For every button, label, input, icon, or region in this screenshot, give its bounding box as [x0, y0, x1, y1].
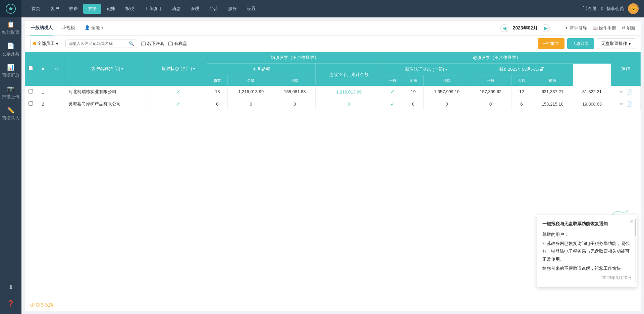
nav-messages[interactable]: 消息: [167, 4, 185, 14]
th-purchase-period-group: 获取认证状态 (全部) ▾: [382, 64, 470, 75]
row2-edit-icon[interactable]: ✏: [620, 101, 624, 107]
nav-tax[interactable]: 报税: [121, 4, 139, 14]
th-pp-count: 份数: [382, 75, 403, 86]
th-customer-name: 客户名称(全部) ▾: [65, 52, 150, 86]
scan-upload-icon: 📷: [7, 85, 14, 92]
pickup-filter-icon[interactable]: ▾: [193, 67, 195, 71]
sidebar-item-smart-pickup[interactable]: 📋 智能取票: [0, 17, 21, 39]
fullscreen-btn[interactable]: ⛶ 全屏: [583, 6, 597, 12]
nav-business[interactable]: 工商项目: [140, 4, 166, 14]
svg-point-1: [612, 213, 614, 215]
sidebar-item-download[interactable]: ⬇: [0, 280, 21, 295]
sidebar: 📋 智能取票 📄 发票开具 📊 票据汇总 📷 扫描上传 ✏️ 票据录入 ⬇ ❓: [0, 0, 21, 314]
no-disk-pickup-btn[interactable]: 无盘取票: [567, 38, 594, 49]
svg-point-2: [620, 211, 621, 212]
row2-checkbox: [25, 98, 37, 110]
refresh-btn[interactable]: ↺ 刷新: [622, 25, 635, 31]
filter-bar: 全部员工 ▾ 🔍 名下账套 有税盘 一键取票 无盘取票 无盘取票操作 ▾: [25, 36, 641, 52]
popup-decoration: [610, 208, 630, 219]
tax-disk-filter[interactable]: 有税盘: [168, 41, 187, 47]
month-navigator: ◀ 2023年02月 ▶: [500, 24, 550, 32]
purchase-filter-icon[interactable]: ▾: [445, 68, 447, 71]
nav-manage[interactable]: 管理: [186, 4, 204, 14]
th-actions: 操作: [611, 52, 640, 86]
nav-service[interactable]: 服务: [223, 4, 241, 14]
tab-general-taxpayer[interactable]: 一般纳税人: [30, 21, 53, 36]
row1-edit-icon[interactable]: ✏: [620, 89, 624, 95]
customer-filter-icon[interactable]: ▾: [121, 67, 123, 71]
select-all-checkbox[interactable]: [29, 66, 33, 70]
row2-verify-status: ✓: [382, 98, 403, 110]
tab-small-scale[interactable]: 小规模: [61, 21, 76, 36]
sidebar-item-invoice-open[interactable]: 📄 发票开具: [0, 39, 21, 60]
search-input[interactable]: [68, 41, 129, 46]
tax-policy-icon: ⓘ: [30, 302, 35, 308]
employee-filter[interactable]: 全部员工 ▾: [30, 39, 61, 48]
nav-invoices[interactable]: 票据: [83, 4, 101, 14]
no-disk-ops-btn[interactable]: 无盘取票操作 ▾: [597, 38, 635, 49]
th-sales-amount: 金额: [228, 75, 274, 86]
member-btn[interactable]: ▷ 畅享会员: [601, 6, 624, 12]
my-accounts-filter[interactable]: 名下账套: [141, 41, 164, 47]
notification-body: 江苏政务网已恢复访问电子税务局功能，易代账一键登陆电子税务局与无盘取票相关功能可…: [542, 240, 632, 263]
manual-btn[interactable]: 📖 操作手册: [592, 25, 616, 31]
row2-pp-amount: 0: [424, 98, 470, 110]
row1-pp-tax: 157,399.62: [470, 86, 511, 98]
sidebar-item-scan-upload[interactable]: 📷 扫描上传: [0, 82, 21, 103]
employee-dot: [33, 42, 36, 45]
row1-checkbox: [25, 86, 37, 98]
topnav-right: ⛶ 全屏 ▷ 畅享会员 🐱: [583, 3, 639, 14]
row1-pp-amount: 1,357,999.10: [424, 86, 470, 98]
settings-icon[interactable]: ⚙: [55, 66, 59, 71]
one-key-pickup-btn[interactable]: 一键取票: [538, 38, 565, 49]
sidebar-item-invoice-summary[interactable]: 📊 票据汇总: [0, 60, 21, 82]
prev-month-btn[interactable]: ◀: [500, 24, 508, 32]
th-pd-amount: 金额: [511, 75, 532, 86]
th-pp-amount: 金额: [403, 75, 423, 86]
tax-disk-checkbox[interactable]: [168, 42, 173, 46]
table-row: 2 灵寿县尚泽矿产品有限公司 ✓ 0 0 0 0 ✓ 0 0 0 6 153,2…: [25, 98, 641, 110]
tab-all[interactable]: 👤 全能 ▾: [84, 21, 104, 36]
app-logo: [0, 0, 21, 17]
current-month-label: 2023年02月: [513, 25, 538, 31]
new-guide-btn[interactable]: ✦ 新手引导: [565, 25, 587, 31]
nav-operations[interactable]: 经营: [205, 4, 223, 14]
nav-billing[interactable]: 收费: [64, 4, 83, 14]
my-accounts-checkbox[interactable]: [141, 42, 146, 46]
row2-pd-tax: 19,808.63: [573, 98, 611, 110]
row1-sales-amount: 1,216,013.99: [228, 86, 274, 98]
th-pd-count: 份数: [470, 75, 511, 86]
tax-policy-link[interactable]: ⓘ 税务政策: [30, 302, 53, 308]
nav-clients[interactable]: 客户: [46, 4, 64, 14]
row1-actions: ✏ 📄: [611, 86, 640, 98]
th-cumulative: 连续12个月累计金额: [315, 64, 382, 86]
nav-bookkeeping[interactable]: 记账: [102, 4, 120, 14]
nav-home[interactable]: 首页: [27, 4, 45, 14]
search-wrapper: 🔍: [65, 40, 137, 48]
th-checkbox: [25, 52, 37, 86]
row1-pickup-status: ✓: [150, 86, 207, 98]
table-body: 1 河北柯瑞栋实业有限公司 ✓ 18 1,216,013.99 158,081.…: [25, 86, 641, 110]
next-month-btn[interactable]: ▶: [542, 24, 550, 32]
nav-settings[interactable]: 设置: [242, 4, 260, 14]
row2-pd-count: 6: [511, 98, 532, 110]
tab-right-actions: ✦ 新手引导 📖 操作手册 ↺ 刷新: [565, 25, 635, 31]
sidebar-item-invoice-entry[interactable]: ✏️ 票据录入: [0, 103, 21, 125]
row2-pp-tax: 0: [470, 98, 511, 110]
row2-detail-icon[interactable]: 📄: [626, 101, 632, 107]
notification-title: 一键报税与无盘取票功能恢复通知: [542, 220, 632, 228]
user-avatar[interactable]: 🐱: [628, 3, 639, 14]
th-pp-tax: 税额: [424, 75, 470, 86]
bottom-bar: ⓘ 税务政策: [25, 299, 641, 311]
tab-all-dropdown-icon[interactable]: ▾: [101, 25, 104, 30]
table-row: 1 河北柯瑞栋实业有限公司 ✓ 18 1,216,013.99 158,081.…: [25, 86, 641, 98]
row1-pp-count: 19: [403, 86, 423, 98]
th-purchase-deadline-group: 截止2023年03月未认证: [470, 64, 573, 75]
row2-pp-count: 0: [403, 98, 423, 110]
row1-detail-icon[interactable]: 📄: [626, 89, 632, 95]
sidebar-item-help[interactable]: ❓: [0, 297, 21, 311]
row2-num: 2: [37, 98, 49, 110]
search-icon[interactable]: 🔍: [129, 41, 134, 46]
svg-point-3: [626, 210, 628, 212]
invoice-summary-icon: 📊: [7, 64, 14, 71]
